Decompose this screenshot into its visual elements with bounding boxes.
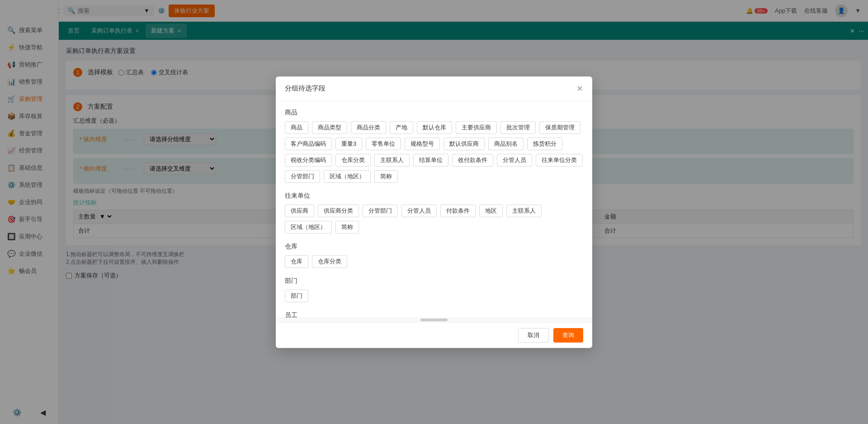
field-tag-partner-8[interactable]: 简称	[335, 221, 359, 233]
field-tag-goods-11[interactable]: 规格型号	[405, 138, 440, 150]
field-section-goods: 商品商品商品类型商品分类产地默认仓库主要供应商批次管理保质期管理客户商品编码重量…	[285, 109, 583, 183]
field-tag-goods-20[interactable]: 分管人员	[497, 154, 532, 167]
field-tag-goods-7[interactable]: 保质期管理	[539, 121, 580, 134]
field-section-title-warehouse: 仓库	[285, 243, 583, 251]
field-tags-goods: 商品商品类型商品分类产地默认仓库主要供应商批次管理保质期管理客户商品编码重量3零…	[285, 121, 583, 183]
field-tag-goods-12[interactable]: 默认供应商	[443, 138, 485, 150]
modal-horizontal-scrollbar[interactable]	[276, 318, 592, 322]
field-tag-goods-9[interactable]: 重量3	[335, 138, 362, 150]
field-tag-goods-10[interactable]: 零售单位	[366, 138, 401, 150]
field-tag-goods-18[interactable]: 结算单位	[413, 154, 448, 167]
field-section-title-department: 部门	[285, 277, 583, 285]
field-tags-partner: 供应商供应商分类分管部门分管人员付款条件地区主联系人区域（地区）简称	[285, 205, 583, 233]
field-tag-goods-24[interactable]: 简称	[374, 170, 398, 183]
modal-body: 商品商品商品类型商品分类产地默认仓库主要供应商批次管理保质期管理客户商品编码重量…	[276, 101, 592, 318]
field-tag-goods-13[interactable]: 商品别名	[488, 138, 524, 150]
confirm-button[interactable]: 查询	[553, 328, 583, 343]
field-section-warehouse: 仓库仓库仓库分类	[285, 243, 583, 268]
field-tag-partner-7[interactable]: 区域（地区）	[285, 221, 332, 233]
field-section-department: 部门部门	[285, 277, 583, 302]
field-tag-goods-3[interactable]: 产地	[390, 121, 413, 134]
field-tag-goods-22[interactable]: 分管部门	[285, 170, 320, 183]
field-tag-goods-16[interactable]: 仓库分类	[335, 154, 371, 167]
field-tag-partner-1[interactable]: 供应商分类	[318, 205, 359, 217]
field-tag-goods-21[interactable]: 往来单位分类	[536, 154, 583, 167]
field-tag-goods-5[interactable]: 主要供应商	[456, 121, 497, 134]
field-tag-partner-4[interactable]: 付款条件	[440, 205, 476, 217]
field-tag-goods-14[interactable]: 拣货积分	[527, 138, 562, 150]
field-section-title-goods: 商品	[285, 109, 583, 117]
field-tag-department-0[interactable]: 部门	[285, 290, 308, 302]
field-tag-partner-6[interactable]: 主联系人	[506, 205, 542, 217]
field-tag-partner-5[interactable]: 地区	[479, 205, 503, 217]
field-tag-partner-0[interactable]: 供应商	[285, 205, 314, 217]
field-tag-warehouse-1[interactable]: 仓库分类	[312, 255, 347, 268]
field-tag-warehouse-0[interactable]: 仓库	[285, 255, 308, 268]
field-tag-goods-2[interactable]: 商品分类	[351, 121, 386, 134]
modal-footer: 取消 查询	[276, 322, 592, 348]
field-tag-goods-0[interactable]: 商品	[285, 121, 308, 134]
field-tag-goods-8[interactable]: 客户商品编码	[285, 138, 332, 150]
field-tag-goods-23[interactable]: 区域（地区）	[324, 170, 371, 183]
field-tag-goods-1[interactable]: 商品类型	[312, 121, 347, 134]
field-tags-department: 部门	[285, 290, 583, 302]
field-tags-warehouse: 仓库仓库分类	[285, 255, 583, 268]
field-tag-goods-17[interactable]: 主联系人	[374, 154, 410, 167]
field-tag-goods-19[interactable]: 收付款条件	[452, 154, 493, 167]
field-tag-goods-15[interactable]: 税收分类编码	[285, 154, 332, 167]
modal-overlay: 分组待选字段 ✕ 商品商品商品类型商品分类产地默认仓库主要供应商批次管理保质期管…	[0, 0, 868, 424]
modal-header: 分组待选字段 ✕	[276, 76, 592, 101]
field-section-employee: 员工业务员	[285, 311, 583, 318]
modal-title: 分组待选字段	[285, 84, 326, 93]
field-selection-modal: 分组待选字段 ✕ 商品商品商品类型商品分类产地默认仓库主要供应商批次管理保质期管…	[276, 76, 592, 348]
field-tag-goods-4[interactable]: 默认仓库	[417, 121, 452, 134]
field-tag-partner-2[interactable]: 分管部门	[363, 205, 398, 217]
cancel-button[interactable]: 取消	[518, 328, 549, 343]
field-section-title-employee: 员工	[285, 311, 583, 318]
field-tag-goods-6[interactable]: 批次管理	[500, 121, 536, 134]
field-tag-partner-3[interactable]: 分管人员	[401, 205, 437, 217]
field-section-partner: 往来单位供应商供应商分类分管部门分管人员付款条件地区主联系人区域（地区）简称	[285, 192, 583, 233]
modal-close-icon[interactable]: ✕	[576, 84, 583, 94]
field-section-title-partner: 往来单位	[285, 192, 583, 200]
